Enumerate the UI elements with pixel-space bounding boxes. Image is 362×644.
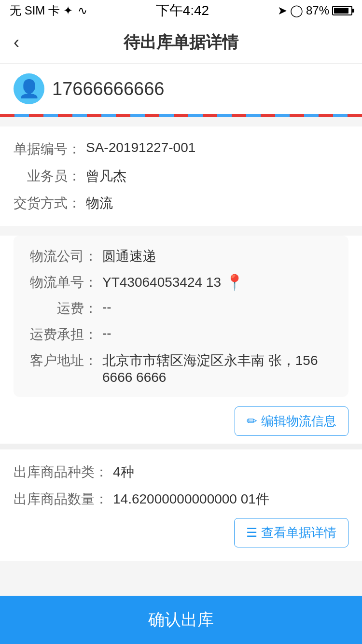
alarm-icon: ◯ — [290, 4, 303, 17]
dashed-divider — [0, 114, 362, 117]
logistics-orderno-row: 物流单号： YT43064053424 13 📍 — [25, 273, 337, 292]
edit-logistics-btn-wrap: ✏ 编辑物流信息 — [0, 397, 362, 444]
page-title: 待出库单据详情 — [124, 31, 238, 54]
delivery-label: 交货方式： — [14, 194, 81, 212]
goods-quantity-label: 出库商品数量： — [14, 490, 108, 508]
goods-quantity-value: 14.62000000000000 01件 — [108, 490, 348, 508]
logistics-orderno-value: YT43064053424 13 📍 — [97, 273, 337, 292]
logistics-card: 物流公司： 圆通速递 物流单号： YT43064053424 13 📍 运费： … — [14, 236, 348, 397]
logistics-company-label: 物流公司： — [25, 247, 97, 266]
freight-row: 运费： -- — [25, 299, 337, 318]
view-detail-label: 查看单据详情 — [261, 524, 336, 541]
goods-quantity-row: 出库商品数量： 14.62000000000000 01件 — [14, 490, 348, 508]
nav-bar: ‹ 待出库单据详情 — [0, 21, 362, 64]
sim-label: 无 SIM 卡 ✦ — [10, 3, 73, 18]
order-no-row: 单据编号： SA-20191227-001 — [14, 140, 348, 158]
status-left: 无 SIM 卡 ✦ ∿ — [10, 3, 87, 18]
customer-address-row: 客户地址： 北京市市辖区海淀区永丰南 张，156 6666 6666 — [25, 351, 337, 385]
logistics-company-value: 圆通速递 — [97, 247, 337, 266]
goods-types-label: 出库商品种类： — [14, 463, 108, 481]
goods-types-row: 出库商品种类： 4种 — [14, 463, 348, 481]
user-phone: 17666666666 — [52, 79, 164, 99]
view-detail-btn-wrap: ☰ 查看单据详情 — [0, 508, 362, 561]
freight-value: -- — [97, 299, 337, 315]
location-status-icon: ➤ — [278, 4, 287, 17]
freight-bear-value: -- — [97, 325, 337, 341]
map-pin-icon[interactable]: 📍 — [225, 273, 244, 292]
section-divider — [0, 444, 362, 449]
salesman-value: 曾凡杰 — [81, 167, 348, 185]
avatar: 👤 — [14, 73, 44, 104]
avatar-icon: 👤 — [18, 79, 40, 99]
wifi-icon: ∿ — [78, 4, 87, 17]
freight-bear-label: 运费承担： — [25, 325, 97, 344]
edit-logistics-label: 编辑物流信息 — [261, 413, 336, 430]
customer-address-value: 北京市市辖区海淀区永丰南 张，156 6666 6666 — [97, 351, 337, 385]
customer-address-label: 客户地址： — [25, 351, 97, 370]
status-time: 下午4:42 — [156, 1, 209, 20]
goods-section: 出库商品种类： 4种 出库商品数量： 14.62000000000000 01件 — [0, 449, 362, 508]
status-right: ➤ ◯ 87% — [278, 4, 352, 17]
goods-types-value: 4种 — [108, 463, 348, 481]
confirm-bar[interactable]: 确认出库 — [0, 596, 362, 644]
order-no-value: SA-20191227-001 — [81, 140, 348, 155]
delivery-value: 物流 — [81, 194, 348, 212]
battery-icon — [332, 6, 352, 15]
user-header: 👤 17666666666 — [0, 64, 362, 114]
edit-icon: ✏ — [247, 414, 257, 429]
salesman-row: 业务员： 曾凡杰 — [14, 167, 348, 185]
freight-bear-row: 运费承担： -- — [25, 325, 337, 344]
basic-info-section: 单据编号： SA-20191227-001 业务员： 曾凡杰 交货方式： 物流 — [0, 126, 362, 226]
freight-label: 运费： — [25, 299, 97, 318]
battery-percent: 87% — [306, 4, 329, 17]
back-button[interactable]: ‹ — [14, 32, 19, 53]
logistics-company-row: 物流公司： 圆通速递 — [25, 247, 337, 266]
confirm-button-label: 确认出库 — [148, 609, 214, 631]
logistics-orderno-label: 物流单号： — [25, 273, 97, 292]
status-bar: 无 SIM 卡 ✦ ∿ 下午4:42 ➤ ◯ 87% — [0, 0, 362, 21]
view-detail-button[interactable]: ☰ 查看单据详情 — [234, 518, 348, 547]
order-no-label: 单据编号： — [14, 140, 81, 158]
delivery-row: 交货方式： 物流 — [14, 194, 348, 212]
salesman-label: 业务员： — [14, 167, 81, 185]
list-icon: ☰ — [246, 525, 257, 540]
edit-logistics-button[interactable]: ✏ 编辑物流信息 — [235, 406, 348, 436]
